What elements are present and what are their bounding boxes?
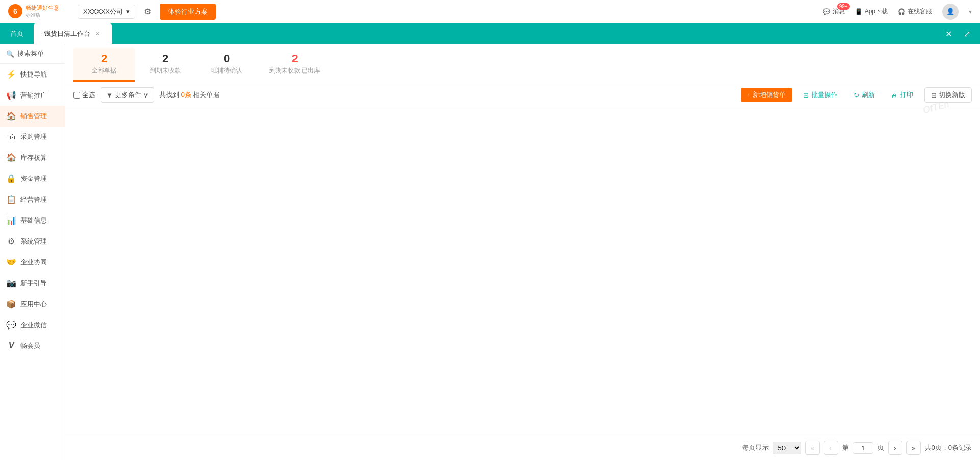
logo-icon: 6 xyxy=(8,4,22,18)
total-label: 共0页，0条记录 xyxy=(925,443,972,452)
cooperation-label: 企业协同 xyxy=(20,258,47,267)
app-center-icon: 📦 xyxy=(6,299,16,309)
messages-item[interactable]: 💬 消息 99+ xyxy=(823,7,845,16)
print-button[interactable]: 🖨 打印 xyxy=(886,88,918,102)
print-icon: 🖨 xyxy=(891,91,898,99)
sidebar-search[interactable]: 🔍 搜索菜单 xyxy=(0,44,65,64)
purchase-icon: 🛍 xyxy=(6,132,16,141)
stat-label-shipped: 到期未收款 已出库 xyxy=(270,66,320,75)
per-page-select[interactable]: 50 100 200 xyxy=(773,442,801,454)
stat-number-wangwang: 0 xyxy=(224,52,230,65)
guide-label: 新手引导 xyxy=(20,279,47,288)
company-name: XXXXXX公司 xyxy=(83,7,123,16)
settings-icon: ⚙ xyxy=(144,7,151,16)
fullscreen-icon[interactable]: ⤢ xyxy=(960,27,974,41)
search-icon: 🔍 xyxy=(6,50,14,58)
found-count: 0条 xyxy=(181,91,191,99)
prev-page-button[interactable]: ‹ xyxy=(824,441,838,455)
print-label: 打印 xyxy=(900,90,913,100)
finance-label: 资金管理 xyxy=(20,174,47,183)
main-layout: 🔍 搜索菜单 ⚡ 快捷导航 📢 营销推广 🏠 销售管理 🛍 采购管理 🏠 库存核… xyxy=(0,44,980,460)
tab-home[interactable]: 首页 xyxy=(0,23,34,44)
sidebar-item-operation[interactable]: 📋 经营管理 xyxy=(0,189,65,210)
wechat-label: 企业微信 xyxy=(20,321,47,330)
stat-tab-all[interactable]: 2 全部单据 xyxy=(74,48,135,82)
inventory-icon: 🏠 xyxy=(6,153,16,162)
empty-state xyxy=(65,108,980,312)
filter-button[interactable]: ▼ 更多条件 ∨ xyxy=(101,87,154,103)
batch-label: 批量操作 xyxy=(811,90,838,100)
sidebar-item-member[interactable]: V 畅会员 xyxy=(0,335,65,356)
next-page-button[interactable]: › xyxy=(888,441,902,455)
add-sales-button[interactable]: + 新增销货单 xyxy=(741,88,792,102)
batch-icon: ⊞ xyxy=(803,91,809,99)
sidebar-item-marketing[interactable]: 📢 营销推广 xyxy=(0,85,65,106)
stat-number-all: 2 xyxy=(101,52,107,65)
app-download-label: App下载 xyxy=(865,7,888,16)
last-page-button[interactable]: » xyxy=(906,441,921,455)
avatar[interactable]: 👤 xyxy=(942,4,959,20)
sidebar-item-guide[interactable]: 📷 新手引导 xyxy=(0,273,65,294)
sidebar-item-sales[interactable]: 🏠 销售管理 xyxy=(0,106,65,127)
select-all-label[interactable]: 全选 xyxy=(74,90,95,100)
filter-label: 更多条件 xyxy=(115,90,141,100)
marketing-label: 营销推广 xyxy=(20,91,47,100)
sidebar-item-quick-nav[interactable]: ⚡ 快捷导航 xyxy=(0,64,65,85)
sidebar-item-system[interactable]: ⚙ 系统管理 xyxy=(0,231,65,252)
switch-icon: ⊟ xyxy=(931,91,937,99)
tab-bar-actions: ✕ ⤢ xyxy=(941,27,980,41)
app-download-item[interactable]: 📱 App下载 xyxy=(855,7,888,16)
batch-ops-button[interactable]: ⊞ 批量操作 xyxy=(798,88,843,102)
stat-tab-wangwang[interactable]: 0 旺辅待确认 xyxy=(196,48,257,82)
stat-tab-overdue[interactable]: 2 到期未收款 xyxy=(135,48,196,82)
message-icon: 💬 xyxy=(823,8,830,15)
refresh-icon: ↻ xyxy=(854,91,860,99)
stat-label-all: 全部单据 xyxy=(92,66,116,75)
switch-version-button[interactable]: ⊟ 切换新版 xyxy=(924,87,972,103)
trial-button[interactable]: 体验行业方案 xyxy=(160,4,216,20)
app-center-label: 应用中心 xyxy=(20,300,47,309)
online-service-item[interactable]: 🎧 在线客服 xyxy=(898,7,932,16)
sidebar-item-finance[interactable]: 🔒 资金管理 xyxy=(0,168,65,189)
operation-icon: 📋 xyxy=(6,195,16,204)
stat-number-overdue: 2 xyxy=(162,52,168,65)
content-area: 2 全部单据 2 到期未收款 0 旺辅待确认 2 到期未收款 已出库 全选 xyxy=(65,44,980,460)
sidebar-item-wechat[interactable]: 💬 企业微信 xyxy=(0,314,65,335)
sidebar-item-inventory[interactable]: 🏠 库存核算 xyxy=(0,147,65,168)
close-tab-icon[interactable]: × xyxy=(93,30,102,38)
tab-active[interactable]: 钱货日清工作台 × xyxy=(34,23,112,44)
refresh-label: 刷新 xyxy=(862,90,875,100)
sidebar-item-basic-info[interactable]: 📊 基础信息 xyxy=(0,210,65,231)
sidebar-item-cooperation[interactable]: 🤝 企业协同 xyxy=(0,252,65,273)
sidebar: 🔍 搜索菜单 ⚡ 快捷导航 📢 营销推广 🏠 销售管理 🛍 采购管理 🏠 库存核… xyxy=(0,44,65,460)
add-icon: + xyxy=(747,91,751,99)
system-label: 系统管理 xyxy=(20,237,47,246)
toolbar-left: 全选 ▼ 更多条件 ∨ 共找到 0条 相关单据 xyxy=(74,87,736,103)
phone-icon: 📱 xyxy=(855,8,863,15)
sidebar-item-app-center[interactable]: 📦 应用中心 xyxy=(0,294,65,314)
close-window-icon[interactable]: ✕ xyxy=(941,27,955,41)
headset-icon: 🎧 xyxy=(898,8,905,15)
toolbar-right: + 新增销货单 ⊞ 批量操作 ↻ 刷新 🖨 打印 ⊟ 切换新版 xyxy=(741,87,972,103)
found-text: 共找到 0条 相关单据 xyxy=(159,90,219,100)
app-sub: 标准版 xyxy=(26,12,59,19)
top-header: 6 畅捷通好生意 标准版 XXXXXX公司 ▾ ⚙ 体验行业方案 💬 消息 99… xyxy=(0,0,980,23)
add-label: 新增销货单 xyxy=(753,90,786,100)
settings-button[interactable]: ⚙ xyxy=(139,4,156,20)
member-icon: V xyxy=(6,341,16,350)
user-name[interactable]: ▾ xyxy=(969,8,972,15)
system-icon: ⚙ xyxy=(6,236,16,246)
first-page-button[interactable]: « xyxy=(805,441,820,455)
sidebar-item-purchase[interactable]: 🛍 采购管理 xyxy=(0,127,65,147)
quick-nav-label: 快捷导航 xyxy=(20,70,47,79)
stats-tabs: 2 全部单据 2 到期未收款 0 旺辅待确认 2 到期未收款 已出库 xyxy=(65,44,980,82)
logo-area: 6 畅捷通好生意 标准版 xyxy=(8,4,74,18)
header-right: 💬 消息 99+ 📱 App下载 🎧 在线客服 👤 ▾ xyxy=(823,4,972,20)
stat-tab-shipped[interactable]: 2 到期未收款 已出库 xyxy=(257,48,332,82)
company-selector[interactable]: XXXXXX公司 ▾ xyxy=(78,5,135,19)
next-page-icon: › xyxy=(894,444,896,452)
refresh-button[interactable]: ↻ 刷新 xyxy=(849,88,880,102)
page-input[interactable] xyxy=(853,442,873,454)
page-suffix: 页 xyxy=(877,443,884,452)
select-all-checkbox[interactable] xyxy=(74,92,80,99)
